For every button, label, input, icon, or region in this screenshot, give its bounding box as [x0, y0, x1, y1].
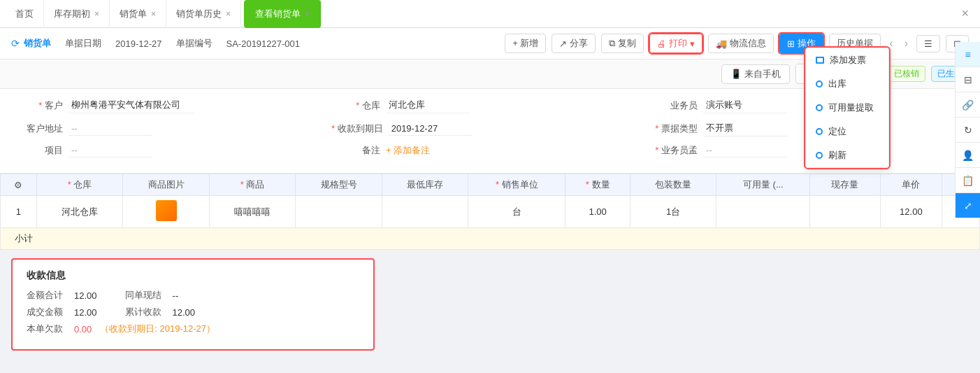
view-toggle-list[interactable]: ☰	[916, 35, 940, 52]
copy-button[interactable]: ⧉ 复制	[601, 34, 644, 53]
subtotal-label: 小计	[1, 228, 980, 250]
payment-row-3: 本单欠款 0.00 （收款到期日: 2019-12-27）	[27, 323, 359, 335]
tab-bar: 首页 库存期初 × 销货单 × 销货单历史 × 查看销货单 × ×	[0, 0, 980, 28]
right-btn-user[interactable]: 👤	[956, 143, 981, 168]
salesperson-value: --	[703, 143, 787, 157]
tab-view-sales-label: 查看销货单	[255, 8, 301, 20]
phone-icon: 📱	[730, 69, 742, 79]
tab-sales-history-label: 销货单历史	[176, 8, 222, 20]
customer-field: 客户 柳州粤港平安气体有限公司	[14, 97, 331, 113]
payment-info-box: 收款信息 金额合计 12.00 同单现结 -- 成交金额 12.00 累计收款 …	[11, 258, 375, 351]
col-min-stock: 最低库存	[382, 174, 468, 196]
right-btn-grid[interactable]: ⊟	[956, 67, 981, 92]
salesperson-label: 业务员孟	[649, 144, 698, 157]
ticket-type-label: 票据类型	[649, 122, 698, 135]
tab-home-label: 首页	[15, 8, 34, 20]
warehouse-label: 仓库	[331, 99, 380, 112]
outbound-item[interactable]: 出库	[806, 72, 888, 96]
subtotal-row: 小计	[1, 228, 980, 250]
number-label: 单据编号	[176, 37, 212, 50]
tab-inventory-init-close[interactable]: ×	[94, 9, 99, 19]
table-header-row: ⚙ 仓库 商品图片 商品 规格型号 最低库存 销售单位 数量 包装数量 可用量 …	[1, 174, 980, 196]
remark-label: 备注	[331, 144, 380, 157]
nav-next[interactable]: ›	[902, 37, 911, 50]
col-qty: 数量	[565, 174, 630, 196]
date-value: 2019-12-27	[115, 38, 162, 49]
cumulative-collect-value: 12.00	[173, 307, 196, 318]
window-close-button[interactable]: ×	[956, 6, 974, 21]
print-dropdown-icon: ▾	[690, 38, 695, 49]
from-phone-button[interactable]: 📱 来自手机	[721, 64, 790, 84]
tab-sales-order-close[interactable]: ×	[151, 9, 156, 19]
locate-icon	[816, 128, 823, 135]
row-unit-price: 12.00	[880, 196, 942, 228]
payment-row-1: 金额合计 12.00 同单现结 --	[27, 289, 359, 302]
new-button[interactable]: + 新增	[505, 34, 546, 53]
from-phone-label: 来自手机	[744, 68, 781, 80]
row-pkg-qty: 1台	[630, 196, 716, 228]
warehouse-field: 仓库 河北仓库	[331, 97, 649, 113]
payment-total-label: 金额合计	[27, 289, 69, 302]
logistics-button[interactable]: 🚚 物流信息	[708, 34, 774, 53]
add-invoice-label: 添加发票	[830, 54, 866, 66]
deal-amount-value: 12.00	[74, 307, 97, 318]
locate-item[interactable]: 定位	[806, 120, 888, 143]
available-extract-label: 可用量提取	[828, 101, 874, 114]
available-extract-icon	[816, 104, 823, 111]
row-available	[716, 196, 810, 228]
add-invoice-item[interactable]: 添加发票	[806, 48, 888, 72]
col-current-stock: 现存量	[810, 174, 880, 196]
doc-type-label: 销货单	[24, 37, 51, 50]
same-order-settle-field: 同单现结 --	[125, 289, 179, 302]
project-label: 项目	[14, 144, 63, 157]
order-debt-value: 0.00	[74, 324, 92, 335]
tab-home[interactable]: 首页	[6, 0, 44, 28]
tab-sales-history-close[interactable]: ×	[226, 9, 231, 19]
tab-view-sales[interactable]: 查看销货单 ×	[244, 0, 322, 28]
same-order-settle-value: --	[173, 290, 179, 301]
product-table-area: ⚙ 仓库 商品图片 商品 规格型号 最低库存 销售单位 数量 包装数量 可用量 …	[0, 174, 980, 250]
share-icon: ↗	[559, 38, 567, 49]
right-btn-refresh[interactable]: ↻	[956, 118, 981, 143]
refresh-item[interactable]: 刷新	[806, 143, 888, 167]
product-table: ⚙ 仓库 商品图片 商品 规格型号 最低库存 销售单位 数量 包装数量 可用量 …	[0, 174, 980, 250]
share-button[interactable]: ↗ 分享	[552, 34, 596, 53]
tab-view-sales-close[interactable]: ×	[305, 9, 310, 19]
col-warehouse: 仓库	[36, 174, 123, 196]
operation-icon: ⊞	[787, 38, 795, 49]
deal-amount-field: 成交金额 12.00	[27, 306, 97, 318]
right-btn-link[interactable]: 🔗	[956, 92, 981, 118]
order-debt-field: 本单欠款 0.00 （收款到期日: 2019-12-27）	[27, 323, 215, 335]
project-field: 项目 --	[14, 143, 331, 157]
col-product-img: 商品图片	[123, 174, 210, 196]
available-extract-item[interactable]: 可用量提取	[806, 96, 888, 120]
due-date-field: 收款到期日 2019-12-27	[331, 122, 649, 136]
operator-label: 业务员	[649, 99, 698, 112]
col-settings[interactable]: ⚙	[1, 174, 37, 196]
print-button[interactable]: 🖨 打印 ▾	[649, 34, 702, 53]
print-label: 打印	[669, 37, 687, 50]
right-btn-list[interactable]: ≡	[956, 42, 981, 67]
project-value: --	[69, 143, 152, 157]
tab-inventory-init[interactable]: 库存期初 ×	[44, 0, 110, 28]
table-row: 1 河北仓库 嘻嘻嘻嘻 台 1.00 1台 12.00 0.	[1, 196, 980, 228]
order-debt-extra: （收款到期日: 2019-12-27）	[100, 323, 215, 335]
customer-value: 柳州粤港平安气体有限公司	[69, 97, 194, 113]
add-remark-button[interactable]: 添加备注	[386, 144, 430, 157]
logistics-icon: 🚚	[716, 38, 727, 49]
locate-label: 定位	[828, 125, 846, 138]
tab-sales-order[interactable]: 销货单 ×	[110, 0, 166, 28]
right-btn-note[interactable]: 📋	[956, 168, 981, 193]
payment-title: 收款信息	[27, 269, 359, 282]
address-field: 客户地址 --	[14, 122, 331, 136]
right-btn-expand[interactable]: ⤢	[956, 193, 981, 218]
add-invoice-icon	[816, 57, 824, 64]
logistics-label: 物流信息	[730, 37, 766, 50]
tab-sales-history[interactable]: 销货单历史 ×	[166, 0, 241, 28]
payment-row-2: 成交金额 12.00 累计收款 12.00	[27, 306, 359, 318]
deal-amount-label: 成交金额	[27, 306, 69, 318]
col-available: 可用量 (...	[716, 174, 810, 196]
doc-toolbar: + 新增 ↗ 分享 ⧉ 复制 🖨 打印 ▾ 🚚 物流信息 ⊞ 操作	[505, 34, 969, 53]
col-pkg-qty: 包装数量	[630, 174, 716, 196]
col-spec: 规格型号	[296, 174, 382, 196]
